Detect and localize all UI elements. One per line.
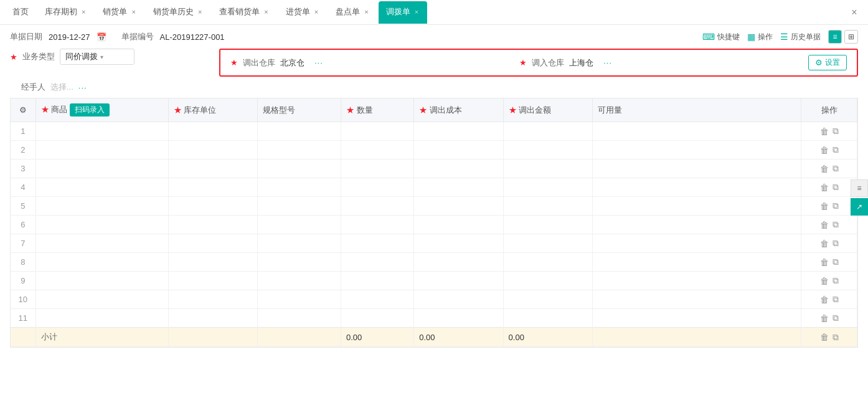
- unit-cell-7[interactable]: [168, 234, 257, 253]
- operation-button[interactable]: ▦ 操作: [747, 32, 773, 42]
- spec-cell-10[interactable]: [258, 290, 341, 309]
- agent-dots[interactable]: ···: [78, 83, 87, 92]
- unit-cell-11[interactable]: [168, 309, 257, 328]
- business-type-dropdown[interactable]: 同价调拨 ▾: [60, 49, 134, 65]
- date-value[interactable]: 2019-12-27: [49, 32, 90, 42]
- delete-row-10[interactable]: 🗑: [820, 295, 829, 305]
- copy-row-2[interactable]: ⧉: [833, 145, 839, 155]
- delete-row-11[interactable]: 🗑: [820, 313, 829, 323]
- copy-row-7[interactable]: ⧉: [833, 238, 839, 249]
- tab-home[interactable]: 首页: [5, 1, 36, 24]
- amount-cell-3[interactable]: [503, 159, 592, 178]
- unit-cell-6[interactable]: [168, 216, 257, 234]
- available-cell-1[interactable]: [592, 122, 801, 141]
- window-close-button[interactable]: ×: [846, 4, 863, 21]
- amount-cell-2[interactable]: [503, 141, 592, 159]
- tab-purchase-order-close[interactable]: ×: [313, 7, 319, 16]
- available-cell-4[interactable]: [592, 178, 801, 197]
- unit-cell-1[interactable]: [168, 122, 257, 141]
- copy-row-8[interactable]: ⧉: [833, 257, 839, 267]
- delete-row-5[interactable]: 🗑: [820, 201, 829, 211]
- warehouse-in-dots[interactable]: ···: [603, 58, 612, 67]
- cost-cell-2[interactable]: [414, 141, 503, 159]
- spec-cell-9[interactable]: [258, 272, 341, 290]
- amount-cell-7[interactable]: [503, 234, 592, 253]
- available-cell-5[interactable]: [592, 197, 801, 216]
- cost-cell-1[interactable]: [414, 122, 503, 141]
- copy-row-9[interactable]: ⧉: [833, 275, 839, 286]
- spec-cell-4[interactable]: [258, 178, 341, 197]
- available-cell-11[interactable]: [592, 309, 801, 328]
- copy-row-11[interactable]: ⧉: [833, 313, 839, 323]
- spec-cell-1[interactable]: [258, 122, 341, 141]
- delete-row-9[interactable]: 🗑: [820, 276, 829, 286]
- qty-cell-9[interactable]: [341, 272, 413, 290]
- product-cell-10[interactable]: [35, 290, 168, 309]
- available-cell-2[interactable]: [592, 141, 801, 159]
- cost-cell-4[interactable]: [414, 178, 503, 197]
- calendar-icon[interactable]: 📅: [97, 32, 106, 42]
- cost-cell-7[interactable]: [414, 234, 503, 253]
- amount-cell-8[interactable]: [503, 253, 592, 272]
- unit-cell-2[interactable]: [168, 141, 257, 159]
- qty-cell-5[interactable]: [341, 197, 413, 216]
- spec-cell-8[interactable]: [258, 253, 341, 272]
- cost-cell-10[interactable]: [414, 290, 503, 309]
- product-cell-3[interactable]: [35, 159, 168, 178]
- spec-cell-6[interactable]: [258, 216, 341, 234]
- product-cell-8[interactable]: [35, 253, 168, 272]
- delete-row-8[interactable]: 🗑: [820, 257, 829, 267]
- subtotal-copy-icon[interactable]: ⧉: [833, 332, 839, 343]
- delete-row-1[interactable]: 🗑: [820, 126, 829, 136]
- product-cell-11[interactable]: [35, 309, 168, 328]
- copy-row-6[interactable]: ⧉: [833, 219, 839, 230]
- product-cell-2[interactable]: [35, 141, 168, 159]
- view-toggle-list[interactable]: ≡: [828, 30, 842, 44]
- tab-inventory-check-close[interactable]: ×: [363, 7, 369, 16]
- unit-cell-3[interactable]: [168, 159, 257, 178]
- qty-cell-3[interactable]: [341, 159, 413, 178]
- available-cell-6[interactable]: [592, 216, 801, 234]
- tab-transfer[interactable]: 调拨单 ×: [379, 1, 427, 24]
- tab-sales-order-close[interactable]: ×: [130, 7, 136, 16]
- cost-cell-6[interactable]: [414, 216, 503, 234]
- copy-row-10[interactable]: ⧉: [833, 294, 839, 305]
- tab-view-sales[interactable]: 查看销货单 ×: [212, 1, 276, 24]
- history-button[interactable]: ☰ 历史单据: [780, 32, 821, 42]
- product-cell-5[interactable]: [35, 197, 168, 216]
- cost-cell-3[interactable]: [414, 159, 503, 178]
- float-export-button[interactable]: ↗: [851, 198, 868, 216]
- spec-cell-3[interactable]: [258, 159, 341, 178]
- tab-view-sales-close[interactable]: ×: [263, 7, 269, 16]
- spec-cell-5[interactable]: [258, 197, 341, 216]
- qty-cell-2[interactable]: [341, 141, 413, 159]
- gear-column-header[interactable]: ⚙: [11, 98, 35, 122]
- product-cell-1[interactable]: [35, 122, 168, 141]
- warehouse-in-value[interactable]: 上海仓: [569, 57, 593, 69]
- product-cell-4[interactable]: [35, 178, 168, 197]
- qty-cell-7[interactable]: [341, 234, 413, 253]
- cost-cell-8[interactable]: [414, 253, 503, 272]
- available-cell-7[interactable]: [592, 234, 801, 253]
- delete-row-7[interactable]: 🗑: [820, 239, 829, 249]
- product-cell-7[interactable]: [35, 234, 168, 253]
- amount-cell-6[interactable]: [503, 216, 592, 234]
- qty-cell-1[interactable]: [341, 122, 413, 141]
- unit-cell-5[interactable]: [168, 197, 257, 216]
- spec-cell-2[interactable]: [258, 141, 341, 159]
- amount-cell-10[interactable]: [503, 290, 592, 309]
- cost-cell-11[interactable]: [414, 309, 503, 328]
- tab-sales-history[interactable]: 销货单历史 ×: [146, 1, 210, 24]
- qty-cell-10[interactable]: [341, 290, 413, 309]
- delete-row-3[interactable]: 🗑: [820, 164, 829, 174]
- available-cell-3[interactable]: [592, 159, 801, 178]
- qty-cell-4[interactable]: [341, 178, 413, 197]
- amount-cell-9[interactable]: [503, 272, 592, 290]
- tab-sales-order[interactable]: 销货单 ×: [95, 1, 144, 24]
- tab-inventory-init[interactable]: 库存期初 ×: [37, 1, 94, 24]
- copy-row-3[interactable]: ⧉: [833, 163, 839, 174]
- delete-row-6[interactable]: 🗑: [820, 220, 829, 230]
- spec-cell-7[interactable]: [258, 234, 341, 253]
- warehouse-out-dots[interactable]: ···: [314, 58, 323, 67]
- qty-cell-11[interactable]: [341, 309, 413, 328]
